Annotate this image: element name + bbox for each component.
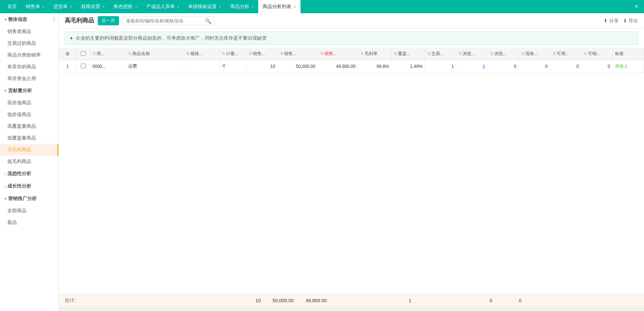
col-sellable: ⇅可销... — [581, 48, 612, 60]
close-icon[interactable]: × — [42, 4, 44, 9]
footer-current-stock: 0 — [466, 298, 495, 303]
col-name: ⇅商品名称 — [126, 48, 184, 60]
sidebar-item-sales-goods[interactable]: 销售类商品 — [0, 26, 58, 37]
sidebar-item-high-margin[interactable]: 高毛利商品 — [0, 144, 58, 156]
sidebar-item-low-coverage[interactable]: 低覆盖量商品 — [0, 132, 58, 144]
close-icon[interactable]: × — [294, 4, 296, 9]
share-button[interactable]: ⬆ 分享 — [604, 18, 619, 24]
sidebar-section-overall[interactable]: ▾ 整体信息 — [0, 13, 58, 26]
row-name: 运费 — [126, 60, 184, 73]
export-button[interactable]: ⬇ 导出 — [623, 18, 638, 24]
sidebar-item-traded-goods[interactable]: 交易过的商品 — [0, 37, 58, 49]
sidebar-item-low-value[interactable]: 低价值商品 — [0, 109, 58, 120]
row-coverage: 1.49% — [392, 60, 425, 73]
footer-available: 0 — [495, 298, 525, 303]
row-unit: 个 — [220, 60, 247, 73]
content-panel: 高毛利商品 近一月 🔍 ⬆ 分享 ⬇ 导出 ✦ 企业的主要的利润都是这部分商品创… — [59, 13, 644, 311]
sidebar-section-contribution[interactable]: ▾ 贡献量分析 — [0, 84, 58, 97]
col-code: ⇅商... — [90, 48, 126, 60]
col-checkbox[interactable] — [77, 48, 90, 60]
search-box: 🔍 — [123, 17, 215, 25]
close-all-button[interactable]: × — [632, 3, 641, 10]
footer-totals: 合计: 10 50,000.00 49,900.00 1 0 0 — [59, 294, 644, 307]
search-input[interactable] — [126, 18, 205, 23]
close-icon[interactable]: × — [177, 4, 179, 9]
col-browse2: ⇅浏览... — [488, 48, 519, 60]
filter-recent-month-button[interactable]: 近一月 — [98, 16, 119, 25]
col-sales-qty: ⇅销售... — [247, 48, 278, 60]
settings-icon[interactable]: ⚙ — [65, 51, 70, 57]
col-gross-margin: ⇅毛利率 — [358, 48, 391, 60]
row-select-checkbox[interactable] — [81, 64, 86, 68]
row-sellable: 0 — [581, 60, 612, 73]
footer-sales-qty: 10 — [234, 298, 264, 303]
footer-label: 合计: — [65, 297, 76, 304]
close-icon[interactable]: × — [70, 4, 72, 9]
nav-item-template[interactable]: 单据模板设置 × — [184, 0, 226, 13]
col-available: ⇅可用... — [550, 48, 581, 60]
nav-item-analysis[interactable]: 商品分析 × — [226, 0, 258, 13]
row-tag: 高收入 — [612, 60, 644, 73]
export-icon: ⬇ — [623, 18, 627, 23]
sidebar-item-high-value[interactable]: 高价值商品 — [0, 97, 58, 109]
col-tag: 标签 — [612, 48, 644, 60]
nav-item-roles[interactable]: 角色授权 × — [109, 0, 141, 13]
row-browse1[interactable]: 0 — [456, 60, 488, 73]
close-icon[interactable]: × — [135, 4, 137, 9]
footer-sales-amount: 50,000.00 — [264, 298, 297, 303]
sidebar-item-all-goods[interactable]: 全部商品 — [0, 205, 58, 217]
col-trade-count: ⇅交易... — [425, 48, 456, 60]
nav-item-analysis-list[interactable]: 商品分析列表 × — [258, 0, 300, 13]
sidebar-item-high-coverage[interactable]: 高覆盖量商品 — [0, 120, 58, 132]
main-area: 《 ▾ 整体信息 销售类商品 交易过的商品 商品分类助销率 有库存的商品 库存资… — [0, 13, 644, 311]
sidebar-section-trend[interactable]: › 流趋性分析 — [0, 167, 58, 180]
sidebar-item-category-rate[interactable]: 商品分类助销率 — [0, 49, 58, 61]
nav-item-permissions[interactable]: 权限设置 × — [77, 0, 109, 13]
col-settings[interactable]: ⚙ — [59, 48, 77, 60]
row-checkbox[interactable] — [77, 60, 90, 73]
footer-trade-count: 1 — [385, 298, 414, 303]
chevron-right-icon: › — [4, 184, 6, 188]
info-icon: ✦ — [69, 36, 73, 41]
sidebar-item-new-goods[interactable]: 新品 — [0, 217, 58, 228]
col-current-stock: ⇅现有... — [519, 48, 550, 60]
nav-item-production[interactable]: 产成品入库单 × — [142, 0, 184, 13]
chevron-down-icon: ▾ — [4, 88, 7, 93]
sidebar-item-low-margin[interactable]: 低毛利商品 — [0, 156, 58, 167]
close-icon[interactable]: × — [102, 4, 105, 9]
row-current-stock: 0 — [519, 60, 550, 73]
horizontal-scrollbar[interactable] — [59, 307, 644, 311]
content-header: 高毛利商品 近一月 🔍 ⬆ 分享 ⬇ 导出 — [59, 13, 644, 29]
table-header-row: ⚙ ⇅商... ⇅商品名称 ⇅规格... ⇅计量... ⇅销售... ⇅销售..… — [59, 48, 644, 60]
nav-item-sales[interactable]: 销售单 × — [21, 0, 49, 13]
row-browse2: 0 — [488, 60, 519, 73]
col-sales-profit: ⇅销售... — [318, 48, 358, 60]
select-all-checkbox[interactable] — [81, 51, 86, 56]
row-sales-amount: 50,000.00 — [278, 60, 318, 73]
close-icon[interactable]: × — [252, 4, 254, 9]
share-icon: ⬆ — [604, 18, 608, 23]
row-spec — [184, 60, 219, 73]
col-unit: ⇅计量... — [220, 48, 247, 60]
col-browse1: ⇅浏览... — [456, 48, 488, 60]
top-nav: 首页 销售单 × 进货单 × 权限设置 × 角色授权 × 产成品入库单 × 单据… — [0, 0, 644, 13]
sidebar-section-growth[interactable]: › 成长性分析 — [0, 180, 58, 192]
chevron-right-icon: › — [4, 171, 6, 176]
table-wrapper[interactable]: ⚙ ⇅商... ⇅商品名称 ⇅规格... ⇅计量... ⇅销售... ⇅销售..… — [59, 48, 644, 294]
sidebar-section-marketing[interactable]: ▾ 营销推广分析 — [0, 192, 58, 205]
row-trade-count: 1 — [425, 60, 456, 73]
sidebar-item-stock-capital[interactable]: 库存资金占用 — [0, 73, 58, 84]
data-table: ⚙ ⇅商... ⇅商品名称 ⇅规格... ⇅计量... ⇅销售... ⇅销售..… — [59, 48, 644, 73]
search-icon[interactable]: 🔍 — [205, 18, 211, 24]
page-title: 高毛利商品 — [65, 17, 94, 25]
nav-item-home[interactable]: 首页 — [3, 0, 21, 13]
row-index: 1 — [59, 60, 77, 73]
col-sales-amount: ⇅销售... — [278, 48, 318, 60]
close-icon[interactable]: × — [219, 4, 221, 9]
footer-sales-profit: 49,900.00 — [297, 298, 330, 303]
nav-item-purchase[interactable]: 进货单 × — [49, 0, 76, 13]
info-bar: ✦ 企业的主要的利润都是这部分商品创造的，可考虑加大推广，同时关注库存是不要出现… — [65, 32, 638, 45]
sidebar-collapse-button[interactable]: 《 — [50, 16, 55, 23]
row-gross-margin: 99.8% — [358, 60, 391, 73]
sidebar-item-stocked-goods[interactable]: 有库存的商品 — [0, 61, 58, 73]
